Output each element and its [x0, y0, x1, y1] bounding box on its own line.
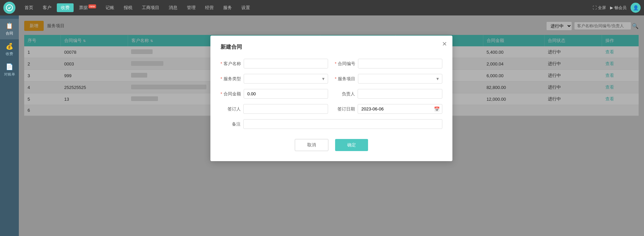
avatar[interactable]: 👤: [631, 3, 641, 13]
field-customer-name: 客户名称: [220, 59, 328, 68]
input-responsible[interactable]: [358, 89, 442, 99]
field-contract-no: 合同编号: [335, 59, 442, 68]
nav-items: 首页 客户 收费 票据new 记账 报税 工商项目 消息 管理 经营 服务 设置: [21, 3, 593, 12]
input-customer-name[interactable]: [244, 59, 328, 68]
modal-overlay: ✕ 新建合同 客户名称 合同编号 服务类型: [19, 15, 644, 236]
field-signer: 签订人: [220, 104, 328, 114]
select-service-type[interactable]: [244, 74, 328, 84]
select-service-item[interactable]: [358, 74, 442, 84]
form-row-5: 备注: [220, 119, 442, 129]
calendar-icon[interactable]: 📅: [434, 106, 440, 112]
service-item-wrap: ▼: [358, 74, 442, 84]
nav-invoice[interactable]: 收费: [57, 3, 74, 12]
nav-service[interactable]: 服务: [219, 3, 236, 12]
nav-account[interactable]: 记账: [102, 3, 118, 12]
new-badge: new: [88, 4, 96, 8]
sidebar-item-charge[interactable]: 💰 收费: [0, 39, 19, 60]
label-customer-name: 客户名称: [220, 61, 241, 67]
main-layout: 📋 合同 💰 收费 📄 对账单 新增 服务项目 进行中 已完成 已终止 �: [0, 15, 644, 236]
content-area: 新增 服务项目 进行中 已完成 已终止 🔍 序号 合同编号⇅ 客户名称⇅ 服务项…: [19, 15, 644, 236]
charge-icon: 💰: [6, 43, 13, 50]
confirm-button[interactable]: 确定: [335, 139, 368, 151]
modal-footer: 取消 确定: [220, 139, 442, 151]
input-sign-date[interactable]: [358, 104, 442, 114]
field-service-type: 服务类型 ▼: [220, 74, 328, 84]
label-responsible: 负责人: [335, 91, 355, 97]
play-icon: ▶: [610, 5, 613, 10]
topnav: 首页 客户 收费 票据new 记账 报税 工商项目 消息 管理 经营 服务 设置…: [0, 0, 644, 15]
sidebar-item-statement[interactable]: 📄 对账单: [0, 60, 19, 80]
field-amount: 合同金额: [220, 89, 328, 99]
label-remark: 备注: [220, 121, 241, 127]
nav-manage[interactable]: 管理: [183, 3, 200, 12]
nav-ticket[interactable]: 票据new: [75, 3, 100, 12]
contract-icon: 📋: [6, 22, 13, 30]
statement-icon: 📄: [6, 63, 13, 70]
form-row-3: 合同金额 负责人: [220, 89, 442, 99]
label-service-type: 服务类型: [220, 76, 241, 82]
fullscreen-icon: ⛶: [593, 5, 597, 10]
nav-business[interactable]: 工商项目: [138, 3, 163, 12]
nav-message[interactable]: 消息: [165, 3, 182, 12]
nav-operation[interactable]: 经营: [201, 3, 218, 12]
nav-customer[interactable]: 客户: [39, 3, 55, 12]
nav-tax[interactable]: 报税: [120, 3, 136, 12]
member-button[interactable]: ▶ 畅会员: [610, 5, 627, 11]
label-sign-date: 签订日期: [335, 106, 355, 112]
input-remark[interactable]: [243, 119, 442, 129]
input-signer[interactable]: [243, 104, 328, 114]
field-responsible: 负责人: [335, 89, 442, 99]
modal-close-button[interactable]: ✕: [442, 40, 447, 48]
field-sign-date: 签订日期 📅: [335, 104, 442, 114]
cancel-button[interactable]: 取消: [295, 139, 328, 151]
date-input-wrap: 📅: [358, 104, 442, 114]
nav-home[interactable]: 首页: [21, 3, 37, 12]
label-signer: 签订人: [220, 106, 241, 112]
sidebar-item-contract[interactable]: 📋 合同: [0, 19, 19, 39]
modal-title: 新建合同: [220, 44, 442, 51]
service-type-wrap: ▼: [244, 74, 328, 84]
label-contract-no: 合同编号: [335, 61, 355, 67]
sidebar: 📋 合同 💰 收费 📄 对账单: [0, 15, 19, 236]
field-service-item: 服务项目 ▼: [335, 74, 442, 84]
label-amount: 合同金额: [220, 91, 241, 97]
topnav-right: ⛶ 全屏 ▶ 畅会员 👤: [593, 3, 641, 13]
input-contract-no[interactable]: [358, 59, 442, 68]
form-row-4: 签订人 签订日期 📅: [220, 104, 442, 114]
input-amount[interactable]: [244, 89, 328, 99]
logo: [3, 2, 15, 14]
new-contract-modal: ✕ 新建合同 客户名称 合同编号 服务类型: [210, 36, 452, 161]
form-row-2: 服务类型 ▼ 服务项目: [220, 74, 442, 84]
form-row-1: 客户名称 合同编号: [220, 59, 442, 68]
fullscreen-button[interactable]: ⛶ 全屏: [593, 5, 606, 11]
nav-settings[interactable]: 设置: [237, 3, 254, 12]
field-remark: 备注: [220, 119, 442, 129]
label-service-item: 服务项目: [335, 76, 355, 82]
